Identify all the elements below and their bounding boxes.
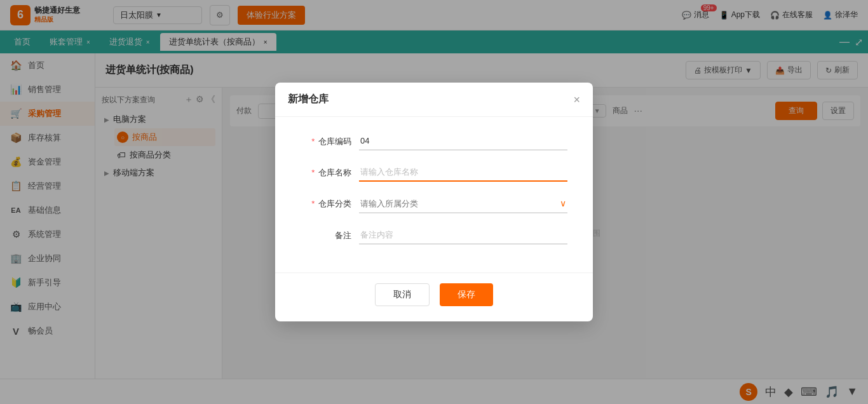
new-warehouse-dialog: 新增仓库 × * 仓库编码 * 仓库名称: [275, 83, 593, 321]
code-input[interactable]: [359, 132, 567, 151]
form-row-remark: 备注: [301, 226, 567, 245]
category-label: * 仓库分类: [301, 198, 351, 210]
cancel-button[interactable]: 取消: [375, 283, 430, 306]
dialog-footer: 取消 保存: [275, 273, 593, 321]
form-row-name: * 仓库名称: [301, 163, 567, 182]
dialog-title: 新增仓库: [288, 93, 329, 106]
dialog-close-button[interactable]: ×: [573, 94, 580, 105]
dialog-header: 新增仓库 ×: [275, 83, 593, 117]
remark-input[interactable]: [359, 226, 567, 245]
dialog-body: * 仓库编码 * 仓库名称 * 仓库分类: [275, 117, 593, 273]
category-select[interactable]: ∨: [359, 194, 567, 213]
form-row-code: * 仓库编码: [301, 132, 567, 151]
category-select-input[interactable]: [360, 199, 560, 208]
remark-label: 备注: [301, 230, 351, 241]
code-label: * 仓库编码: [301, 136, 351, 147]
form-row-category: * 仓库分类 ∨: [301, 194, 567, 213]
category-dropdown-arrow: ∨: [560, 198, 566, 208]
name-label: * 仓库名称: [301, 167, 351, 178]
modal-overlay: 新增仓库 × * 仓库编码 * 仓库名称: [0, 0, 868, 404]
save-button[interactable]: 保存: [440, 283, 493, 306]
name-input[interactable]: [359, 163, 567, 182]
